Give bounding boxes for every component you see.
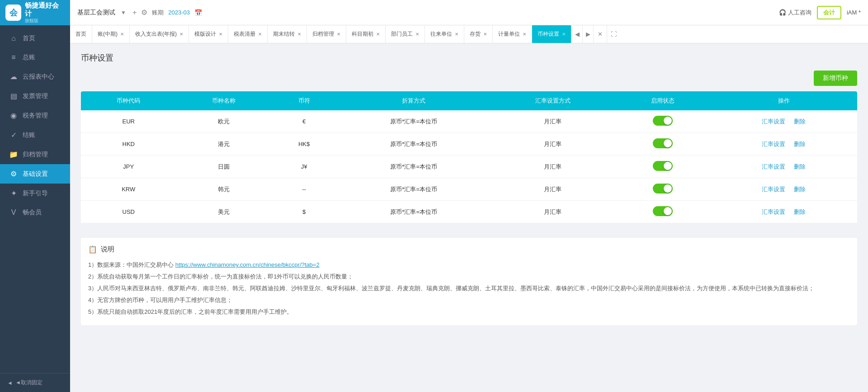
user-btn[interactable]: iAM * [847,9,861,16]
rate-setting-link[interactable]: 汇率设置 [762,186,785,193]
sidebar-item-reports[interactable]: ☁ 云报表中心 [0,67,70,86]
sidebar-item-checkout[interactable]: ✓ 结账 [0,125,70,145]
toggle-switch[interactable] [653,206,673,216]
pin-label: ◄取消固定 [15,379,42,387]
sidebar-item-basic[interactable]: ⚙ 基础设置 [0,164,70,184]
toggle-switch[interactable] [653,184,673,194]
tab-close-icon[interactable]: ✕ [179,32,183,37]
tab-prev-btn[interactable]: ◀ [571,25,582,43]
sidebar-item-tax[interactable]: ◉ 税务管理 [0,106,70,125]
tab-close-icon[interactable]: ✕ [258,32,262,37]
th-name: 币种名称 [176,91,271,110]
top-header: 基层工会测试 ▼ + ⚙ 账期 2023-03 📅 🎧 人工咨询 会计 iAM … [70,0,868,25]
tab-close-icon[interactable]: ✕ [483,32,487,37]
toggle-thumb [664,139,672,147]
sidebar-item-member[interactable]: V 畅会员 [0,203,70,222]
sidebar-item-archive[interactable]: 📁 归档管理 [0,145,70,164]
tab-period[interactable]: 账(中期) ✕ [92,25,130,43]
tab-next-btn[interactable]: ▶ [582,25,593,43]
tab-close-icon[interactable]: ✕ [337,32,340,37]
delete-link[interactable]: 删除 [794,141,806,147]
th-symbol: 币符 [271,91,337,110]
tab-tax[interactable]: 税表清册 ✕ [228,25,268,43]
notes-title: 📋 说明 [88,245,850,254]
tab-home[interactable]: 首页 [70,25,92,43]
tab-label: 收入支出表(年报) [135,30,177,38]
notes-link[interactable]: https://www.chinamoney.com.cn/chinese/bk… [175,261,320,268]
tab-partners[interactable]: 往来单位 ✕ [425,25,464,43]
sidebar-item-label: 畅会员 [23,208,42,217]
tab-subject-init[interactable]: 科目期初 ✕ [346,25,386,43]
toggle-switch[interactable] [653,116,673,126]
new-currency-btn[interactable]: 新增币种 [814,71,857,86]
tab-currency[interactable]: 币种设置 ✕ [532,25,571,43]
cell-calc: 原币*汇率=本位币 [337,110,491,133]
headset-icon: 🎧 [779,9,786,16]
tab-close-icon[interactable]: ✕ [455,32,458,37]
delete-link[interactable]: 删除 [794,186,806,193]
delete-link[interactable]: 删除 [794,118,806,125]
main-content: 币种设置 新增币种 币种代码 币种名称 币符 折算方式 汇率设置方式 启用状态 … [70,43,868,392]
app-sub: 旗舰版 [25,18,65,24]
tax-icon: ◉ [9,111,18,120]
tab-close-icon[interactable]: ✕ [415,32,419,37]
tab-department[interactable]: 部门员工 ✕ [386,25,425,43]
sidebar-item-home[interactable]: ⌂ 首页 [0,29,70,48]
logo-text-block: 畅捷通好会计 旗舰版 [25,1,65,24]
tab-close-icon[interactable]: ✕ [523,32,526,37]
add-company-btn[interactable]: + [132,9,137,17]
company-name[interactable]: 基层工会测试 [77,9,115,17]
tab-label: 部门员工 [391,30,413,38]
cell-symbol: -- [271,178,337,201]
sidebar-item-guide[interactable]: ✦ 新手引导 [0,184,70,203]
notes-icon: 📋 [88,245,97,254]
calendar-icon[interactable]: 📅 [194,9,202,16]
tab-expand-btn[interactable]: ⛶ [607,25,620,43]
service-btn[interactable]: 🎧 人工咨询 [779,9,811,17]
tab-income-report[interactable]: 收入支出表(年报) ✕ [130,25,189,43]
tab-close-icon[interactable]: ✕ [219,32,222,37]
rate-setting-link[interactable]: 汇率设置 [762,208,785,215]
tab-unit[interactable]: 计量单位 ✕ [493,25,532,43]
delete-link[interactable]: 删除 [794,208,806,215]
tab-close-icon[interactable]: ✕ [376,32,380,37]
notes-title-text: 说明 [101,245,114,254]
period-value[interactable]: 2023-03 [168,9,190,16]
tab-template[interactable]: 模版设计 ✕ [189,25,228,43]
rate-setting-link[interactable]: 汇率设置 [762,163,785,170]
toggle-track [653,116,673,126]
tab-close-all-btn[interactable]: ✕ [593,25,607,43]
tab-close-icon[interactable]: ✕ [120,32,124,37]
currency-table: 币种代码 币种名称 币符 折算方式 汇率设置方式 启用状态 操作 EUR 欧元 … [81,91,857,223]
app-name: 畅捷通好会计 [25,1,65,18]
app-logo[interactable]: 会 畅捷通好会计 旗舰版 [0,0,70,25]
rate-setting-link[interactable]: 汇率设置 [762,141,785,147]
cell-calc: 原币*汇率=本位币 [337,133,491,156]
tab-label: 归档管理 [312,30,334,38]
sidebar-item-ledger[interactable]: ≡ 总账 [0,48,70,67]
toggle-track [653,184,673,194]
service-label: 人工咨询 [788,9,811,17]
toggle-thumb [664,207,672,215]
company-dropdown[interactable]: ▼ [121,9,126,16]
tab-close-icon[interactable]: ✕ [297,32,301,37]
cell-actions: 汇率设置 删除 [710,156,857,178]
company-settings-btn[interactable]: ⚙ [141,8,147,17]
account-btn[interactable]: 会计 [817,6,841,19]
table-row: HKD 港元 HK$ 原币*汇率=本位币 月汇率 汇率设置 删除 [81,133,857,156]
notes-item: 5）系统只能自动抓取2021年度后的汇率，之前年度汇率需要用用户手工维护。 [88,306,850,318]
tab-inventory[interactable]: 存货 ✕ [464,25,493,43]
rate-setting-link[interactable]: 汇率设置 [762,118,785,125]
delete-link[interactable]: 删除 [794,163,806,170]
tab-archive[interactable]: 归档管理 ✕ [307,25,346,43]
toggle-switch[interactable] [653,161,673,171]
tab-close-icon[interactable]: ✕ [562,32,566,37]
sidebar-pin-toggle[interactable]: ◄ ◄取消固定 [0,373,70,392]
sidebar-item-label: 发票管理 [23,92,48,100]
notes-item: 4）无官方牌价的币种，可以用用户手工维护汇率信息； [88,294,850,306]
table-row: EUR 欧元 € 原币*汇率=本位币 月汇率 汇率设置 删除 [81,110,857,133]
sidebar-item-invoice[interactable]: ▤ 发票管理 [0,86,70,106]
sidebar-item-label: 结账 [23,131,35,139]
toggle-switch[interactable] [653,138,673,148]
tab-period-end[interactable]: 期末结转 ✕ [268,25,307,43]
